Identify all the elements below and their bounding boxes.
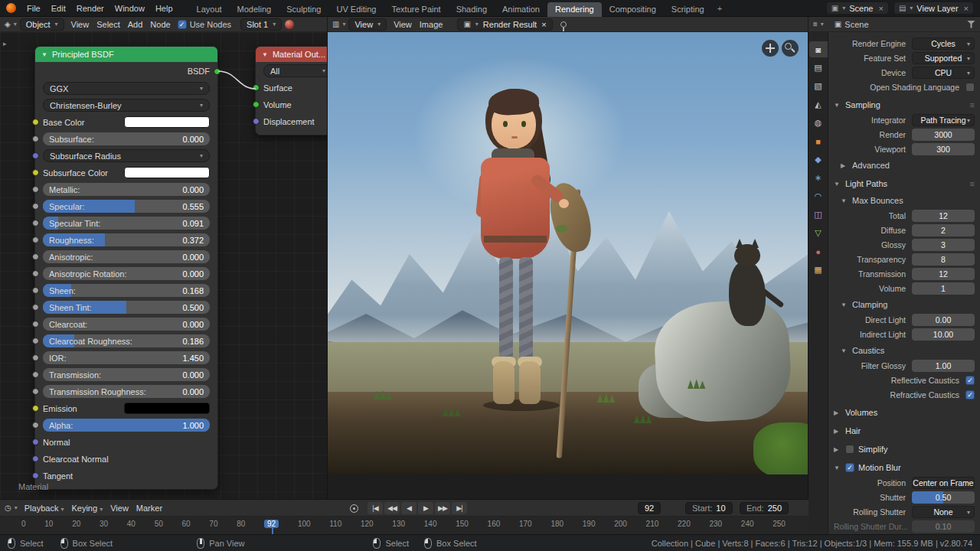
texture-properties-tab-icon[interactable]: ▦ (809, 262, 828, 278)
property-widget[interactable]: 1.00 (912, 360, 975, 372)
panel-sampling[interactable]: ▼Sampling≡ (834, 97, 975, 112)
frame-ruler[interactable]: 0102030405060708092100110120130140150160… (0, 517, 808, 535)
float-socket[interactable] (32, 220, 39, 227)
float-socket[interactable] (32, 354, 39, 361)
shader-editor[interactable]: ▸ ▼ Principled BSDF BSDF GGX▾Christensen… (0, 32, 328, 499)
property-widget[interactable]: ✓ (965, 374, 975, 386)
physics-properties-tab-icon[interactable]: ◠ (809, 188, 828, 204)
property-widget[interactable]: ✓ (965, 389, 975, 401)
float-socket[interactable] (32, 422, 39, 429)
property-widget[interactable] (965, 81, 975, 93)
bsdf-row-ior[interactable]: IOR:1.450 (43, 350, 210, 366)
target-select[interactable]: All ▾ (263, 64, 328, 77)
panel-hair[interactable]: ▶Hair (834, 423, 975, 439)
workspace-tab[interactable]: Shading (449, 2, 495, 17)
workspace-tab[interactable]: Texture Paint (384, 2, 448, 17)
image-mode-select[interactable]: View ▾ (348, 18, 387, 31)
material-slot-select[interactable]: Slot 1 ▾ (240, 18, 282, 31)
zoom-button[interactable] (782, 40, 799, 57)
bsdf-row-roughness[interactable]: Roughness:0.372 (43, 232, 210, 248)
slider[interactable]: Clearcoat Roughness:0.186 (43, 334, 210, 347)
prop-viewport[interactable]: Viewport300 (834, 142, 975, 156)
auto-keying-button[interactable] (346, 502, 361, 514)
float-socket[interactable] (32, 337, 39, 344)
property-widget[interactable]: CPU▾ (912, 67, 975, 79)
menu-item[interactable]: View ▾ (106, 504, 132, 513)
property-widget[interactable]: 1 (912, 282, 975, 295)
prop-rolling-shutter-dur[interactable]: Rolling Shutter Dur...0.10 (834, 520, 975, 533)
bsdf-row-ggx[interactable]: GGX▾ (43, 80, 210, 96)
scene-selector[interactable]: ▣ ▾ Scene × (826, 2, 889, 15)
bsdf-row-subsurface-radius[interactable]: Subsurface Radius▾ (43, 148, 210, 164)
property-widget[interactable]: 3 (912, 239, 975, 251)
workspace-tab[interactable]: Compositing (602, 2, 664, 17)
bsdf-row-alpha[interactable]: Alpha:1.000 (43, 417, 210, 433)
menu-item[interactable]: View (390, 20, 416, 29)
panel-simplify[interactable]: ▶Simplify (834, 442, 975, 457)
panel-clamping[interactable]: ▼Clamping (834, 297, 975, 312)
menu-item[interactable]: File (21, 4, 46, 13)
chevron-down-icon[interactable]: ▼ (841, 197, 848, 204)
property-widget[interactable]: None▾ (912, 506, 975, 518)
float-socket[interactable] (32, 371, 39, 378)
panel-max-bounces[interactable]: ▼Max Bounces (834, 193, 975, 208)
property-widget[interactable]: 12 (912, 210, 975, 222)
chevron-right-icon[interactable]: ▶ (841, 162, 848, 169)
property-widget[interactable]: Center on Frame▾ (912, 477, 975, 489)
bsdf-row-normal[interactable]: Normal (43, 434, 210, 450)
menu-item[interactable]: Render (71, 4, 109, 13)
prop-diffuse[interactable]: Diffuse2 (834, 223, 975, 237)
pan-view-button[interactable] (762, 40, 779, 57)
use-nodes-checkbox[interactable]: ✓ (178, 20, 187, 29)
filter-icon[interactable] (967, 21, 975, 28)
prop-feature-set[interactable]: Feature SetSupported▾ (834, 51, 975, 65)
material-preview-icon[interactable] (285, 20, 294, 29)
checkbox[interactable] (965, 83, 975, 92)
prop-direct-light[interactable]: Direct Light0.00 (834, 313, 975, 327)
output-input-surface[interactable]: Surface (263, 80, 328, 96)
menu-item[interactable]: View (67, 20, 93, 29)
property-widget[interactable]: 0.00 (912, 314, 975, 326)
chevron-down-icon[interactable]: ▼ (841, 347, 848, 354)
vector-socket[interactable] (32, 455, 39, 462)
color-socket[interactable] (32, 169, 39, 176)
bsdf-output-row[interactable]: BSDF (43, 63, 210, 80)
output-properties-tab-icon[interactable]: ▤ (809, 60, 828, 76)
bsdf-row-base-color[interactable]: Base Color (43, 114, 210, 130)
chevron-right-icon[interactable]: ▶ (834, 409, 841, 416)
browse-view-layer-icon[interactable]: ▤ (899, 4, 906, 12)
output-input-volume[interactable]: Volume (263, 96, 328, 112)
panel-caustics[interactable]: ▼Caustics (834, 343, 975, 358)
scene-properties-tab-icon[interactable]: ◭ (809, 96, 828, 112)
panel-light-paths[interactable]: ▼Light Paths≡ (834, 176, 975, 191)
float-socket[interactable] (32, 253, 39, 260)
view-layer-selector[interactable]: ▤ ▾ View Layer × (893, 2, 974, 15)
end-frame-field[interactable]: End: 250 (740, 502, 789, 514)
grip-icon[interactable]: ≡ (970, 179, 975, 188)
region-toggle-icon[interactable]: ▸ (3, 40, 7, 47)
bsdf-output-socket[interactable] (214, 68, 220, 75)
slider[interactable]: Specular Tint:0.091 (43, 217, 210, 230)
prop-total[interactable]: Total12 (834, 209, 975, 223)
color-swatch[interactable] (124, 167, 210, 178)
bsdf-row-clearcoat[interactable]: Clearcoat:0.000 (43, 316, 210, 332)
float-socket[interactable] (32, 388, 39, 395)
slider[interactable]: Specular:0.555 (43, 200, 210, 213)
slider[interactable]: Anisotropic Rotation:0.000 (43, 267, 210, 280)
float-socket[interactable] (32, 321, 39, 328)
close-icon[interactable]: × (877, 4, 883, 13)
constraints-properties-tab-icon[interactable]: ◫ (809, 207, 828, 223)
workspace-tab[interactable]: Rendering (547, 2, 602, 17)
slider[interactable]: Metallic:0.000 (43, 183, 210, 196)
image-datablock-select[interactable]: ▣ ▾ Render Result × (457, 18, 552, 31)
start-frame-field[interactable]: Start: 10 (685, 502, 733, 514)
color-socket[interactable] (32, 405, 39, 412)
workspace-tab[interactable]: Animation (495, 2, 547, 17)
bsdf-row-transmission-roughness[interactable]: Transmission Roughness:0.000 (43, 383, 210, 399)
output-target-row[interactable]: All ▾ (263, 63, 328, 79)
prop-render-engine[interactable]: Render EngineCycles▾ (834, 37, 975, 51)
vector-socket[interactable] (32, 439, 39, 445)
checkbox[interactable]: ✓ (845, 463, 854, 472)
bsdf-row-subsurface[interactable]: Subsurface:0.000 (43, 131, 210, 147)
shader-type-select[interactable]: Object ▾ (20, 18, 64, 31)
